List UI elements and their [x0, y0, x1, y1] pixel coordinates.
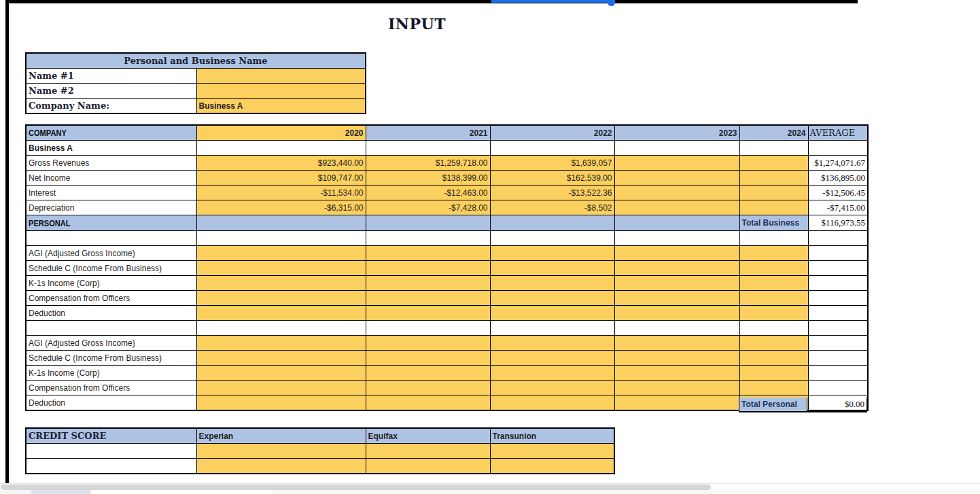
empty-cell[interactable]	[26, 231, 196, 246]
value-input-cell[interactable]	[739, 381, 808, 395]
value-input-cell[interactable]	[739, 306, 808, 321]
equifax-score-cell[interactable]	[366, 459, 490, 474]
empty-cell[interactable]	[739, 141, 808, 156]
empty-cell[interactable]	[739, 321, 808, 336]
value-input-cell[interactable]	[196, 366, 366, 381]
value-input-cell[interactable]	[614, 200, 739, 215]
horizontal-scrollbar-thumb[interactable]	[1, 484, 711, 490]
name2-input-cell[interactable]	[196, 84, 366, 99]
value-input-cell[interactable]	[366, 351, 490, 366]
value-input-cell[interactable]	[490, 366, 614, 381]
value-input-cell[interactable]	[366, 306, 490, 321]
value-input-cell[interactable]	[614, 276, 739, 291]
experian-score-cell[interactable]	[196, 459, 366, 474]
value-input-cell[interactable]	[739, 291, 808, 306]
value-input-cell[interactable]: -$11,534.00	[196, 186, 366, 200]
value-input-cell[interactable]	[614, 156, 739, 171]
value-input-cell[interactable]	[614, 186, 739, 200]
value-input-cell[interactable]	[366, 291, 490, 306]
value-input-cell[interactable]	[366, 276, 490, 291]
value-input-cell[interactable]	[196, 291, 366, 306]
value-input-cell[interactable]	[490, 306, 614, 321]
value-input-cell[interactable]: $162,539.00	[490, 171, 614, 186]
value-input-cell[interactable]	[614, 246, 739, 261]
empty-cell[interactable]	[614, 141, 739, 156]
equifax-score-cell[interactable]	[366, 444, 490, 459]
value-input-cell[interactable]	[366, 336, 490, 351]
value-input-cell[interactable]: $923,440.00	[196, 156, 366, 171]
empty-cell[interactable]	[196, 321, 366, 336]
empty-cell[interactable]	[739, 231, 808, 246]
value-input-cell[interactable]	[739, 366, 808, 381]
value-input-cell[interactable]	[366, 395, 490, 411]
value-input-cell[interactable]: -$12,463.00	[366, 186, 490, 200]
transunion-score-cell[interactable]	[490, 444, 614, 459]
value-input-cell[interactable]	[196, 351, 366, 366]
value-input-cell[interactable]	[196, 276, 366, 291]
value-input-cell[interactable]	[366, 246, 490, 261]
value-input-cell[interactable]	[196, 395, 366, 411]
value-input-cell[interactable]: -$7,428.00	[366, 200, 490, 215]
empty-cell[interactable]	[366, 141, 490, 156]
year-header-2020[interactable]: 2020	[196, 125, 366, 141]
value-input-cell[interactable]: $138,399.00	[366, 171, 490, 186]
value-input-cell[interactable]	[196, 381, 366, 395]
value-input-cell[interactable]	[739, 261, 808, 276]
value-input-cell[interactable]	[614, 306, 739, 321]
value-input-cell[interactable]	[196, 246, 366, 261]
value-input-cell[interactable]	[739, 276, 808, 291]
value-input-cell[interactable]: $109,747.00	[196, 171, 366, 186]
empty-cell[interactable]	[366, 321, 490, 336]
value-input-cell[interactable]	[614, 366, 739, 381]
value-input-cell[interactable]	[366, 381, 490, 395]
transunion-score-cell[interactable]	[490, 459, 614, 474]
value-input-cell[interactable]	[196, 261, 366, 276]
value-input-cell[interactable]	[739, 186, 808, 200]
value-input-cell[interactable]	[614, 291, 739, 306]
value-input-cell[interactable]: -$8,502	[490, 200, 614, 215]
value-input-cell[interactable]	[196, 306, 366, 321]
value-input-cell[interactable]: $1,259,718.00	[366, 156, 490, 171]
value-input-cell[interactable]	[614, 395, 739, 411]
value-input-cell[interactable]	[490, 351, 614, 366]
empty-cell[interactable]	[490, 141, 614, 156]
value-input-cell[interactable]	[490, 261, 614, 276]
empty-cell[interactable]	[26, 321, 196, 336]
value-input-cell[interactable]	[490, 381, 614, 395]
value-input-cell[interactable]	[739, 200, 808, 215]
company-name-input-cell[interactable]: Business A	[196, 99, 366, 114]
value-input-cell[interactable]: -$6,315.00	[196, 200, 366, 215]
value-input-cell[interactable]	[739, 156, 808, 171]
value-input-cell[interactable]	[739, 171, 808, 186]
empty-cell[interactable]	[366, 231, 490, 246]
name1-input-cell[interactable]	[196, 69, 366, 84]
empty-cell[interactable]	[490, 321, 614, 336]
empty-cell[interactable]	[490, 231, 614, 246]
credit-row-label-cell[interactable]	[26, 459, 196, 474]
empty-cell[interactable]	[614, 321, 739, 336]
value-input-cell[interactable]	[614, 351, 739, 366]
empty-cell[interactable]	[196, 141, 366, 156]
value-input-cell[interactable]	[739, 246, 808, 261]
value-input-cell[interactable]	[490, 336, 614, 351]
value-input-cell[interactable]: -$13,522.36	[490, 186, 614, 200]
active-sheet-tab-edge[interactable]	[31, 490, 91, 494]
empty-cell[interactable]	[614, 231, 739, 246]
value-input-cell[interactable]	[490, 395, 614, 411]
value-input-cell[interactable]	[366, 366, 490, 381]
value-input-cell[interactable]	[366, 261, 490, 276]
value-input-cell[interactable]	[490, 246, 614, 261]
value-input-cell[interactable]	[614, 381, 739, 395]
value-input-cell[interactable]	[739, 336, 808, 351]
value-input-cell[interactable]	[614, 336, 739, 351]
value-input-cell[interactable]	[490, 276, 614, 291]
value-input-cell[interactable]	[614, 261, 739, 276]
experian-score-cell[interactable]	[196, 444, 366, 459]
empty-cell[interactable]	[196, 231, 366, 246]
value-input-cell[interactable]	[490, 291, 614, 306]
value-input-cell[interactable]: $1,639,057	[490, 156, 614, 171]
value-input-cell[interactable]	[196, 336, 366, 351]
value-input-cell[interactable]	[614, 171, 739, 186]
value-input-cell[interactable]	[739, 351, 808, 366]
credit-row-label-cell[interactable]	[26, 444, 196, 459]
